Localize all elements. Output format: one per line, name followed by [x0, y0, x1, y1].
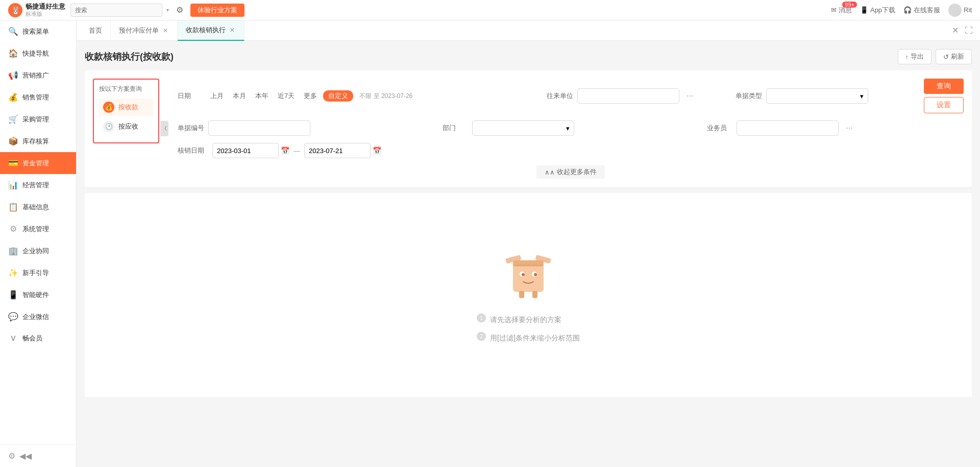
bill-type-dropdown-icon: ▾ [860, 92, 864, 100]
member-icon: V [8, 334, 18, 342]
marketing-icon: 📢 [8, 70, 18, 80]
partner-input[interactable] [577, 88, 679, 104]
smart-hw-icon: 📱 [8, 290, 18, 300]
sidebar-item-finance[interactable]: 💳 资金管理 [0, 152, 76, 174]
date-separator: — [293, 147, 300, 155]
date-this-year[interactable]: 本年 [252, 90, 272, 102]
settings-btn[interactable]: 设置 [924, 97, 964, 113]
beginner-icon: ✨ [8, 268, 18, 278]
bill-type-label: 单据类型 [736, 91, 762, 101]
sidebar-collapse-btn[interactable]: ◀◀ [19, 451, 32, 461]
filter-option-by-receipt[interactable]: 💰 按收款 [99, 99, 153, 116]
logo-area: 🐰 畅捷通好生意 标准版 [8, 3, 65, 17]
tab-close-prepay[interactable]: ✕ [162, 26, 169, 35]
staff-input[interactable] [737, 120, 839, 136]
search-icon: 🔍 [8, 27, 18, 36]
filter-sidebar: 按以下方案查询 💰 按收款 🕐 按应收 [93, 79, 159, 143]
tab-bar: 首页 预付冲应付单 ✕ 收款核销执行 ✕ ✕ ⛶ [77, 20, 980, 41]
logo-icon: 🐰 [8, 3, 22, 17]
online-service-btn[interactable]: 🎧 在线客服 [903, 6, 940, 15]
partner-dots-btn[interactable]: ··· [683, 90, 696, 102]
date-7days[interactable]: 近7天 [275, 90, 298, 102]
sidebar-item-quick-nav[interactable]: 🏠 快捷导航 [0, 42, 76, 64]
message-icon: ✉ [831, 6, 837, 14]
top-bar: 🐰 畅捷通好生意 标准版 ▾ ⚙ 休验行业方案 ✉ 消息 99+ 📱 App下载… [0, 0, 980, 20]
sidebar-item-member[interactable]: V 畅会员 [0, 328, 76, 349]
dropdown-arrow-icon[interactable]: ▾ [166, 7, 169, 13]
sidebar-item-inventory[interactable]: 📦 库存核算 [0, 130, 76, 152]
svg-rect-0 [513, 264, 544, 292]
writeoff-start-input[interactable] [212, 143, 279, 158]
writeoff-end-input[interactable] [304, 143, 371, 158]
date-this-month[interactable]: 本月 [230, 90, 249, 102]
date-custom[interactable]: 自定义 [323, 90, 353, 102]
staff-dots-btn[interactable]: ··· [843, 122, 855, 134]
app-download-btn[interactable]: 📱 App下载 [860, 6, 895, 15]
message-badge: 99+ [842, 2, 857, 8]
tab-fullscreen-btn[interactable]: ⛶ [962, 24, 976, 37]
sidebar-item-sales[interactable]: 💰 销售管理 [0, 86, 76, 108]
dept-field: 部门 ▾ [443, 120, 699, 136]
content-area: 首页 预付冲应付单 ✕ 收款核销执行 ✕ ✕ ⛶ 收款核销执行(按收款) [77, 20, 980, 467]
top-bar-right: ✉ 消息 99+ 📱 App下载 🎧 在线客服 Rit [831, 4, 972, 17]
sidebar-item-smart-hw[interactable]: 📱 智能硬件 [0, 284, 76, 306]
dept-label: 部门 [443, 124, 468, 133]
svg-rect-1 [513, 260, 544, 266]
export-icon: ↑ [905, 53, 909, 61]
export-btn[interactable]: ↑ 导出 [898, 49, 932, 64]
query-btn[interactable]: 查询 [924, 79, 964, 94]
search-input[interactable] [70, 4, 162, 17]
filter-sidebar-wrapper: 按以下方案查询 💰 按收款 🕐 按应收 《 [93, 79, 159, 179]
filter-panel: 按以下方案查询 💰 按收款 🕐 按应收 《 [85, 70, 972, 187]
bill-type-field: 单据类型 ▾ [736, 88, 916, 104]
sidebar-item-marketing[interactable]: 📢 营销推广 [0, 64, 76, 86]
tab-prepay-conflict[interactable]: 预付冲应付单 ✕ [111, 20, 178, 41]
staff-label: 业务员 [707, 124, 732, 133]
top-bar-center: ▾ ⚙ 休验行业方案 [70, 4, 826, 17]
finance-icon: 💳 [8, 158, 18, 168]
date-shortcuts: 上月 本月 本年 近7天 更多 自定义 [207, 90, 353, 102]
industry-solution-btn[interactable]: 休验行业方案 [190, 4, 244, 17]
partner-label: 往来单位 [547, 91, 573, 101]
tab-close-all-btn[interactable]: ✕ [949, 23, 962, 37]
writeoff-end-cal-icon[interactable]: 📅 [373, 146, 381, 155]
dept-select[interactable]: ▾ [472, 120, 574, 136]
tip-1-num: 1 [477, 313, 486, 323]
bill-no-input[interactable] [208, 120, 310, 136]
operation-icon: 📊 [8, 180, 18, 190]
sidebar-item-search-menu[interactable]: 🔍 搜索菜单 [0, 20, 76, 42]
tip-1: 1 请先选择要分析的方案 [477, 312, 580, 327]
bill-type-select[interactable]: ▾ [766, 88, 868, 104]
system-icon: ⚙ [8, 224, 18, 234]
tab-close-writeoff[interactable]: ✕ [229, 26, 236, 35]
user-info-btn[interactable]: Rit [948, 4, 972, 17]
writeoff-start-cal-icon[interactable]: 📅 [281, 146, 289, 155]
sidebar-item-system[interactable]: ⚙ 系统管理 [0, 218, 76, 240]
message-btn[interactable]: ✉ 消息 99+ [831, 6, 852, 15]
user-name: Rit [964, 6, 972, 14]
page-title: 收款核销执行(按收款) [85, 51, 174, 63]
sidebar-settings-btn[interactable]: ⚙ [8, 451, 15, 461]
refresh-btn[interactable]: ↺ 刷新 [936, 49, 972, 64]
filter-option-by-receivable[interactable]: 🕐 按应收 [99, 118, 153, 135]
sidebar-item-wechat[interactable]: 💬 企业微信 [0, 306, 76, 328]
receipt-icon: 💰 [103, 102, 114, 113]
writeoff-date-label: 核销日期 [178, 146, 208, 155]
tab-receipt-writeoff[interactable]: 收款核销执行 ✕ [178, 20, 244, 41]
sidebar-item-operation[interactable]: 📊 经营管理 [0, 174, 76, 196]
sidebar-item-beginner[interactable]: ✨ 新手引导 [0, 262, 76, 284]
collapse-more-btn[interactable]: ∧∧ 收起更多条件 [536, 165, 605, 179]
sidebar-item-enterprise[interactable]: 🏢 企业协同 [0, 240, 76, 262]
filter-row-1: 日期 上月 本月 本年 近7天 更多 自定义 不限 至 2023-07-26 [178, 79, 964, 113]
tab-home[interactable]: 首页 [81, 20, 111, 41]
partner-field: 往来单位 ··· [547, 88, 727, 104]
date-last-month[interactable]: 上月 [207, 90, 227, 102]
settings-gear-btn[interactable]: ⚙ [173, 4, 186, 17]
main-layout: 🔍 搜索菜单 🏠 快捷导航 📢 营销推广 💰 销售管理 🛒 采购管理 📦 库存核… [0, 20, 980, 467]
sidebar-item-purchase[interactable]: 🛒 采购管理 [0, 108, 76, 130]
sidebar-item-basic-info[interactable]: 📋 基础信息 [0, 196, 76, 218]
date-more[interactable]: 更多 [301, 90, 320, 102]
filter-form: 日期 上月 本月 本年 近7天 更多 自定义 不限 至 2023-07-26 [178, 79, 964, 179]
filter-sidebar-collapse-btn[interactable]: 《 [160, 121, 168, 136]
writeoff-date-field: 核销日期 📅 — 📅 [178, 143, 964, 158]
